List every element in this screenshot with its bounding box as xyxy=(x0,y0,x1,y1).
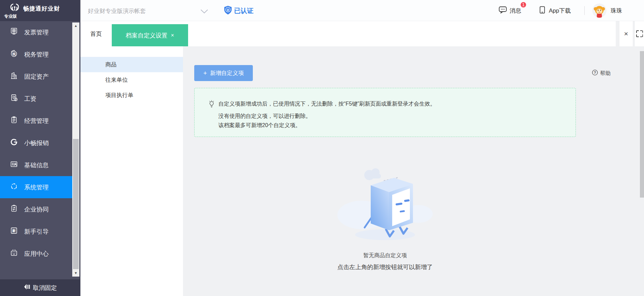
sidebar: 畅捷通好业财 专业版 发票管理 xyxy=(0,0,80,296)
sidebar-item-label: 税务管理 xyxy=(24,50,49,59)
svg-text:企: 企 xyxy=(226,8,230,12)
help-label: 帮助 xyxy=(600,70,611,77)
notice-line-3: 该档案最多可新增20个自定义项。 xyxy=(218,121,567,130)
scroll-down-icon[interactable]: ▼ xyxy=(72,270,79,276)
sidebar-item-fixed-assets[interactable]: 固定资产 xyxy=(0,65,72,88)
add-custom-field-button[interactable]: + 新增自定义项 xyxy=(194,65,253,81)
subnav-panel: 商品 往来单位 项目执行单 xyxy=(80,46,183,296)
svg-text:¥: ¥ xyxy=(15,98,16,101)
tax-icon: 税 xyxy=(10,49,18,60)
unpin-label: 取消固定 xyxy=(33,284,57,292)
tab-archive-custom-settings[interactable]: 档案自定义设置 × xyxy=(112,24,188,46)
svg-text:?: ? xyxy=(594,71,596,75)
help-icon: ? xyxy=(592,69,598,77)
phone-icon xyxy=(538,6,546,16)
empty-illustration xyxy=(334,243,436,248)
message-bubble-icon xyxy=(499,5,507,16)
salary-icon: ¥ xyxy=(10,93,18,104)
sidebar-item-label: 应用中心 xyxy=(24,250,49,258)
subnav-item-project-orders[interactable]: 项目执行单 xyxy=(80,88,183,103)
empty-title: 暂无商品自定义项 xyxy=(194,252,576,259)
tab-close-icon[interactable]: × xyxy=(171,33,174,38)
sidebar-item-tax[interactable]: 税 税务管理 xyxy=(0,43,72,65)
reimburse-icon xyxy=(10,138,18,148)
system-icon xyxy=(10,182,18,192)
idcard-icon xyxy=(10,160,18,170)
notice-line-2: 没有使用的自定义项，可以进行删除。 xyxy=(218,111,567,121)
brand-logo-icon xyxy=(10,3,20,14)
newbie-icon: 新 xyxy=(10,226,18,237)
sidebar-item-basic-info[interactable]: 基础信息 xyxy=(0,154,72,176)
sidebar-header: 畅捷通好业财 专业版 xyxy=(0,0,80,21)
unpin-icon xyxy=(24,284,31,292)
messages-label: 消息 xyxy=(510,7,521,15)
sidebar-item-collaboration[interactable]: 企业协同 xyxy=(0,198,72,220)
main-panel: + 新增自定义项 ? 帮助 xyxy=(183,46,644,296)
plus-icon: + xyxy=(203,70,207,76)
account-select[interactable]: 好业财专业版演示帐套 xyxy=(88,7,146,15)
shield-icon: 企 xyxy=(224,5,232,16)
svg-text:税: 税 xyxy=(12,52,16,56)
empty-hint: 点击左上角的新增按钮就可以新增了 xyxy=(194,263,576,271)
sidebar-item-label: 工资 xyxy=(24,95,36,103)
sidebar-item-label: 发票管理 xyxy=(24,28,49,36)
subnav-item-partners[interactable]: 往来单位 xyxy=(80,72,183,88)
tabbar: 首页 档案自定义设置 × × xyxy=(80,21,644,46)
collaboration-icon xyxy=(10,204,18,215)
sidebar-item-newbie-guide[interactable]: 新 新手引导 xyxy=(0,220,72,243)
sidebar-item-system[interactable]: 系统管理 xyxy=(0,176,72,198)
add-button-label: 新增自定义项 xyxy=(210,69,244,77)
sidebar-menu: 发票管理 税 税务管理 xyxy=(0,21,72,265)
topbar: 好业财专业版演示帐套 企 已认证 xyxy=(80,0,644,21)
username[interactable]: 珠珠 xyxy=(611,7,622,15)
close-all-tabs-button[interactable]: × xyxy=(619,21,633,46)
app-download-label: App下载 xyxy=(549,7,571,15)
expand-tabs-icon[interactable] xyxy=(635,21,644,46)
help-link[interactable]: ? 帮助 xyxy=(592,69,611,77)
sidebar-item-operations[interactable]: 经营管理 xyxy=(0,110,72,132)
clipboard-icon xyxy=(10,115,18,126)
verified-badge[interactable]: 企 已认证 xyxy=(224,5,254,16)
building-icon xyxy=(10,71,18,82)
sidebar-item-label: 基础信息 xyxy=(24,161,49,169)
appcenter-icon xyxy=(10,248,18,259)
verified-label: 已认证 xyxy=(234,6,254,15)
empty-state: 暂无商品自定义项 点击左上角的新增按钮就可以新增了 xyxy=(194,162,576,271)
sidebar-item-label: 经营管理 xyxy=(24,117,49,125)
chevron-down-icon[interactable] xyxy=(200,9,208,15)
bulb-icon xyxy=(208,99,215,111)
content-area: 商品 往来单位 项目执行单 + 新增自定义项 ? 帮助 xyxy=(80,46,644,296)
app-window: 畅捷通好业财 专业版 发票管理 xyxy=(0,0,644,296)
invoice-icon xyxy=(10,27,18,37)
notice-box: 自定义项新增成功后，已使用情况下，无法删除，按“F5键”刷新页面或重新登录才会生… xyxy=(194,88,576,137)
tab-home[interactable]: 首页 xyxy=(80,21,112,46)
notice-line-1: 自定义项新增成功后，已使用情况下，无法删除，按“F5键”刷新页面或重新登录才会生… xyxy=(218,99,435,108)
brand-edition: 专业版 xyxy=(4,14,17,19)
unpin-sidebar-button[interactable]: 取消固定 xyxy=(0,279,80,296)
messages-button[interactable]: 消息 1 xyxy=(499,5,523,16)
subnav-item-goods[interactable]: 商品 xyxy=(80,57,183,72)
tab-label: 档案自定义设置 xyxy=(126,31,168,40)
content-scroll-thumb[interactable] xyxy=(640,51,644,198)
sidebar-item-salary[interactable]: ¥ 工资 xyxy=(0,88,72,110)
sidebar-item-label: 小畅报销 xyxy=(24,139,49,147)
sidebar-item-label: 固定资产 xyxy=(24,73,49,81)
messages-count-badge: 1 xyxy=(520,1,527,8)
avatar[interactable] xyxy=(592,3,607,18)
sidebar-item-invoice[interactable]: 发票管理 xyxy=(0,21,72,43)
scroll-up-icon[interactable]: ▲ xyxy=(72,23,79,29)
sidebar-item-reimburse[interactable]: 小畅报销 xyxy=(0,132,72,154)
sidebar-item-label: 系统管理 xyxy=(24,183,49,191)
brand-name: 畅捷通好业财 xyxy=(23,5,60,13)
app-download-button[interactable]: App下载 xyxy=(538,6,571,16)
sidebar-item-label: 新手引导 xyxy=(24,228,49,236)
sidebar-item-label: 企业协同 xyxy=(24,205,49,214)
svg-text:新: 新 xyxy=(12,229,16,233)
topbar-divider xyxy=(584,6,585,15)
sidebar-scrollbar[interactable]: ▲ ▼ xyxy=(72,22,79,277)
sidebar-scroll-thumb[interactable] xyxy=(73,139,79,269)
sidebar-item-app-center[interactable]: 应用中心 xyxy=(0,243,72,265)
